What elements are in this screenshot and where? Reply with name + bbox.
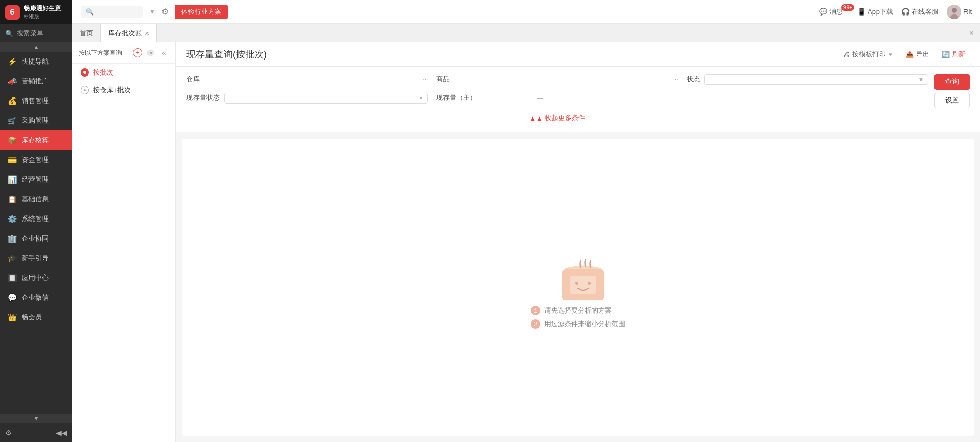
filter-settings-btn[interactable]: 设置 xyxy=(934,93,970,108)
warehouse-label: 仓库 xyxy=(186,75,200,84)
sidebar-item-inventory[interactable]: 📦 库存核算 xyxy=(0,130,72,150)
page-title: 现存量查询(按批次) xyxy=(186,48,267,61)
sidebar-item-system[interactable]: ⚙️ 系统管理 xyxy=(0,209,72,229)
empty-hint-1: 1 请先选择要分析的方案 xyxy=(531,306,625,315)
svg-rect-7 xyxy=(570,276,596,294)
hint-text-1: 请先选择要分析的方案 xyxy=(544,306,612,315)
product-more[interactable]: ··· xyxy=(673,76,678,83)
app-download-label: App下载 xyxy=(868,7,893,17)
collapse-more-btn[interactable]: ▲▲ 收起更多条件 xyxy=(186,110,928,126)
hint-text-2: 用过滤条件来缩小分析范围 xyxy=(544,319,625,329)
nav-label-enterprise: 企业协同 xyxy=(22,234,49,243)
main-content: 现存量查询(按批次) 🖨 按模板打印 ▼ 📤 导出 🔄 刷新 xyxy=(176,42,980,442)
sidebar-item-quick-nav[interactable]: ⚡ 快捷导航 xyxy=(0,52,72,71)
nav-label-quick: 快捷导航 xyxy=(22,57,49,66)
nav-label-operation: 经营管理 xyxy=(22,175,49,184)
export-label: 导出 xyxy=(916,50,929,59)
tab-bar: 首页 库存批次账 × × xyxy=(72,24,980,42)
app-download-btn[interactable]: 📱 App下载 xyxy=(857,7,893,17)
empty-hint-2: 2 用过滤条件来缩小分析范围 xyxy=(531,319,625,329)
sidebar-item-enterprise[interactable]: 🏢 企业协同 xyxy=(0,229,72,248)
page-actions: 🖨 按模板打印 ▼ 📤 导出 🔄 刷新 xyxy=(839,48,970,61)
nav-icon-apps: 🔲 xyxy=(7,273,17,283)
sidebar-footer: ⚙ ◀◀ xyxy=(0,423,72,442)
sidebar-scroll-down[interactable]: ▼ xyxy=(0,414,72,423)
left-panel-header: 按以下方案查询 + « xyxy=(72,42,175,64)
page-header: 现存量查询(按批次) 🖨 按模板打印 ▼ 📤 导出 🔄 刷新 xyxy=(176,42,980,67)
refresh-label: 刷新 xyxy=(952,50,966,59)
nav-icon-wechat: 💬 xyxy=(7,293,17,302)
nav-icon-finance: 💳 xyxy=(7,155,17,165)
sidebar-item-apps[interactable]: 🔲 应用中心 xyxy=(0,268,72,288)
sidebar-collapse-btn[interactable]: ◀◀ xyxy=(56,429,67,437)
svg-point-5 xyxy=(84,89,86,91)
svg-point-4 xyxy=(83,71,86,74)
refresh-icon: 🔄 xyxy=(942,51,950,58)
nav-label-member: 畅会员 xyxy=(22,313,42,322)
product-label: 商品 xyxy=(436,75,450,84)
warehouse-input[interactable] xyxy=(204,73,419,85)
sidebar-settings-btn[interactable]: ⚙ xyxy=(5,429,12,437)
sidebar-item-finance[interactable]: 💳 资金管理 xyxy=(0,150,72,170)
svg-point-3 xyxy=(150,52,152,54)
warehouse-more[interactable]: ··· xyxy=(423,76,428,83)
left-panel: 按以下方案查询 + « 按批次 按仓库+批次 xyxy=(72,42,176,442)
svg-point-1 xyxy=(952,8,957,13)
topbar-settings-icon[interactable]: ⚙ xyxy=(161,7,169,17)
inv-status-chevron-icon: ▼ xyxy=(418,95,423,101)
sidebar-item-purchase[interactable]: 🛒 采购管理 xyxy=(0,111,72,130)
user-area[interactable]: Rit xyxy=(947,5,972,19)
service-icon: 🎧 xyxy=(901,8,910,16)
inventory-status-select[interactable]: ▼ xyxy=(224,93,428,104)
tab-close-icon[interactable]: × xyxy=(145,30,149,37)
qty-from-input[interactable] xyxy=(481,92,532,104)
nav-label-inventory: 库存核算 xyxy=(22,136,49,145)
sidebar-item-wechat[interactable]: 💬 企业微信 xyxy=(0,288,72,307)
plan-item-by-warehouse-batch[interactable]: 按仓库+批次 xyxy=(72,81,175,99)
nav-icon-operation: 📊 xyxy=(7,175,17,184)
tab-batch-label: 库存批次账 xyxy=(108,28,142,38)
sidebar-item-sales[interactable]: 💰 销售管理 xyxy=(0,91,72,111)
message-badge: 99+ xyxy=(841,4,854,11)
avatar xyxy=(947,5,961,19)
print-template-btn[interactable]: 🖨 按模板打印 ▼ xyxy=(839,48,897,61)
collapse-panel-btn[interactable]: « xyxy=(159,48,169,58)
settings-plan-btn[interactable] xyxy=(145,48,156,58)
filter-area: 仓库 ··· 商品 ··· 状态 xyxy=(176,67,980,132)
topbar-chevron-icon[interactable]: ▼ xyxy=(149,8,155,16)
tab-bar-close-btn[interactable]: × xyxy=(963,28,980,38)
sidebar-item-marketing[interactable]: 📣 营销推广 xyxy=(0,71,72,91)
trial-btn[interactable]: 体验行业方案 xyxy=(175,5,228,19)
inventory-status-label: 现存量状态 xyxy=(186,93,220,102)
sidebar-item-basic[interactable]: 📋 基础信息 xyxy=(0,189,72,209)
nav-icon-system: ⚙️ xyxy=(7,214,17,224)
left-panel-title: 按以下方案查询 xyxy=(79,49,122,57)
add-plan-btn[interactable]: + xyxy=(133,48,142,57)
hint-num-2: 2 xyxy=(531,319,540,329)
export-btn[interactable]: 📤 导出 xyxy=(901,48,933,61)
qty-to-input[interactable] xyxy=(547,92,599,104)
tab-home[interactable]: 首页 xyxy=(72,24,101,42)
print-icon: 🖨 xyxy=(843,51,850,58)
nav-icon-member: 👑 xyxy=(7,313,17,322)
online-service-btn[interactable]: 🎧 在线客服 xyxy=(901,7,939,17)
print-label: 按模板打印 xyxy=(852,50,886,59)
refresh-btn[interactable]: 🔄 刷新 xyxy=(938,48,970,61)
plan-item-by-batch[interactable]: 按批次 xyxy=(72,64,175,81)
topbar: 🔍 ▼ ⚙ 体验行业方案 💬 消息 99+ 📱 App下载 🎧 在线客服 xyxy=(72,0,980,24)
topbar-search-box[interactable]: 🔍 xyxy=(81,6,143,18)
sidebar-item-operation[interactable]: 📊 经营管理 xyxy=(0,170,72,189)
service-label: 在线客服 xyxy=(912,7,939,17)
app-version: 标准版 xyxy=(24,13,61,20)
sidebar-item-member[interactable]: 👑 畅会员 xyxy=(0,307,72,327)
sidebar-scroll-up[interactable]: ▲ xyxy=(0,42,72,52)
sidebar-search[interactable]: 🔍 搜索菜单 xyxy=(0,24,72,42)
message-btn[interactable]: 💬 消息 99+ xyxy=(819,7,849,17)
sidebar-item-guide[interactable]: 🎓 新手引导 xyxy=(0,248,72,268)
query-btn[interactable]: 查询 xyxy=(934,74,970,90)
status-select[interactable]: ▼ xyxy=(704,74,928,85)
tab-batch-account[interactable]: 库存批次账 × xyxy=(101,24,157,42)
search-icon: 🔍 xyxy=(5,30,13,37)
status-label: 状态 xyxy=(687,75,700,84)
product-input[interactable] xyxy=(454,73,669,85)
